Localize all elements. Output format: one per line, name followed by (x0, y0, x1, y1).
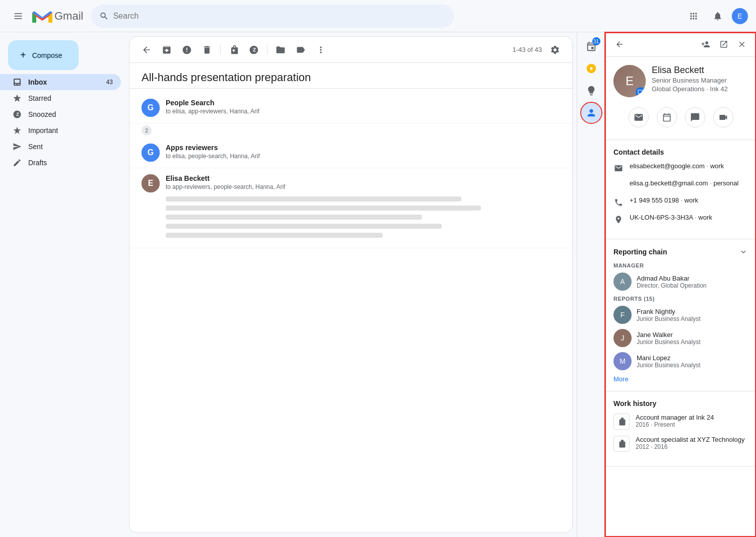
calendar-action-icon (657, 107, 677, 127)
sidebar-item-important[interactable]: Important (0, 122, 121, 139)
work-icon-xyz (613, 436, 630, 452)
drafts-label: Drafts (28, 159, 113, 167)
open-external-button[interactable] (716, 36, 732, 52)
sidebar-item-snoozed[interactable]: Snoozed (0, 106, 121, 122)
chevron-down-icon (739, 247, 748, 256)
work-history-title: Work history (613, 399, 748, 408)
mani-info: Mani Lopez Junior Business Analyst (637, 354, 701, 369)
mani-name: Mani Lopez (637, 354, 701, 362)
settings-button[interactable] (546, 41, 564, 59)
preview-line-5 (166, 233, 383, 238)
reports-label: REPORTS (15) (613, 296, 748, 302)
archive-button[interactable] (158, 41, 176, 59)
email-toolbar: 1-43 of 43 (129, 37, 572, 63)
contact-avatar-badge (636, 87, 646, 97)
calendar-strip-btn[interactable]: 31 (581, 36, 601, 56)
report-person-jane[interactable]: J Jane Walker Junior Business Analyst (613, 329, 748, 347)
sent-icon (12, 142, 22, 152)
contact-title: Senior Business Manager (652, 77, 728, 84)
contact-panel: E Elisa Beckett Senior Business Manager … (605, 32, 756, 537)
alert-button[interactable] (178, 41, 196, 59)
drafts-icon (12, 158, 22, 168)
report-person-frank[interactable]: F Frank Nightly Junior Business Analyst (613, 306, 748, 324)
contacts-strip-btn[interactable] (581, 103, 601, 123)
subject-text: All-hands presentation preparation (142, 71, 311, 84)
work-years-xyz: 2012 · 2016 (636, 443, 745, 450)
jane-name: Jane Walker (637, 331, 701, 339)
chat-action-button[interactable] (685, 107, 705, 127)
manager-label: MANAGER (613, 262, 748, 268)
svg-rect-1 (15, 16, 22, 17)
manager-role: Director, Global Operation (637, 282, 707, 289)
work-history-section: Work history Account manager at Ink 24 2… (605, 391, 756, 466)
email-item-elisa[interactable]: E Elisa Beckett to app-reviewers, people… (129, 168, 572, 248)
email-action-button[interactable] (629, 107, 649, 127)
more-reports-link[interactable]: More (613, 375, 748, 383)
gmail-wordmark: Gmail (54, 10, 83, 23)
svg-rect-0 (15, 13, 22, 14)
sidebar-item-sent[interactable]: Sent (0, 139, 121, 155)
menu-button[interactable] (8, 6, 28, 26)
apps-button[interactable] (683, 6, 704, 26)
email-item-apps-reviewers[interactable]: G Apps reviewers to elisa, people-search… (129, 138, 572, 168)
collapse-row[interactable]: 2 (129, 123, 572, 138)
email-item-people-search[interactable]: G People Search to elisa, app-reviewers,… (129, 93, 572, 123)
report-person-mani[interactable]: M Mani Lopez Junior Business Analyst (613, 352, 748, 370)
location-row: UK-LON-6PS-3-3H3A · work (613, 214, 748, 225)
main-layout: + Compose Inbox 43 Starred Snoozed (0, 32, 756, 537)
reporting-chain-title[interactable]: Reporting chain (613, 247, 748, 256)
email-icon (613, 163, 624, 173)
search-bar[interactable] (91, 5, 454, 28)
tag-button[interactable] (292, 41, 310, 59)
manager-person[interactable]: A Admad Abu Bakar Director, Global Opera… (613, 273, 748, 291)
sidebar-item-inbox[interactable]: Inbox 43 (0, 74, 121, 90)
delete-button[interactable] (198, 41, 216, 59)
email-from-apps-reviewers: Apps reviewers (166, 144, 560, 152)
frank-name: Frank Nightly (637, 308, 701, 315)
compose-button[interactable]: + Compose (8, 40, 79, 70)
panel-back-button[interactable] (611, 36, 628, 52)
contact-top: E Elisa Beckett Senior Business Manager … (613, 65, 748, 97)
email-body-people-search: People Search to elisa, app-reviewers, H… (166, 99, 560, 115)
move-button[interactable] (225, 41, 243, 59)
notifications-button[interactable] (708, 6, 728, 26)
more-options-button[interactable] (312, 41, 330, 59)
contact-name-area: Elisa Beckett Senior Business Manager Gl… (652, 65, 728, 93)
email-personal-row: elisa.g.beckett@gmail.com · personal (613, 179, 748, 190)
important-icon (12, 125, 22, 136)
video-action-button[interactable] (713, 107, 733, 127)
work-info-xyz: Account specialist at XYZ Technology 201… (636, 436, 745, 450)
inbox-label: Inbox (28, 78, 100, 86)
collapse-count: 2 (142, 125, 152, 136)
calendar-action-button[interactable] (657, 107, 677, 127)
keep-strip-btn[interactable] (581, 81, 601, 101)
panel-close-button[interactable] (734, 36, 750, 52)
email-preview (166, 196, 560, 238)
sidebar-item-starred[interactable]: Starred (0, 90, 121, 106)
email-to-people-search: to elisa, app-reviewers, Hanna, Arif (166, 108, 560, 115)
contact-avatar: E (613, 65, 646, 97)
svg-text:E: E (148, 179, 154, 187)
snooze-button[interactable] (245, 41, 263, 59)
frank-avatar: F (613, 306, 632, 324)
svg-text:G: G (148, 103, 154, 112)
search-input[interactable] (113, 12, 446, 21)
preview-line-1 (166, 196, 461, 202)
contact-details-title: Contact details (613, 148, 748, 156)
sidebar-item-drafts[interactable]: Drafts (0, 155, 121, 171)
folder-button[interactable] (271, 41, 290, 59)
chat-action-icon (685, 107, 705, 127)
topbar: Gmail E (0, 0, 756, 32)
snoozed-label: Snoozed (28, 110, 113, 118)
add-contact-button[interactable] (698, 36, 714, 52)
email-list: G People Search to elisa, app-reviewers,… (129, 89, 572, 252)
back-button[interactable] (138, 41, 156, 59)
email-content: 1-43 of 43 All-hands presentation prepar… (129, 36, 573, 533)
user-avatar[interactable]: E (732, 8, 748, 24)
mani-avatar: M (613, 352, 632, 370)
tasks-strip-btn[interactable] (581, 58, 601, 79)
svg-text:G: G (148, 148, 154, 157)
email-personal-spacer (613, 180, 624, 190)
email-work-text: elisabeckett@google.com · work (630, 162, 724, 170)
email-to-apps-reviewers: to elisa, people-search, Hanna, Arif (166, 153, 560, 160)
